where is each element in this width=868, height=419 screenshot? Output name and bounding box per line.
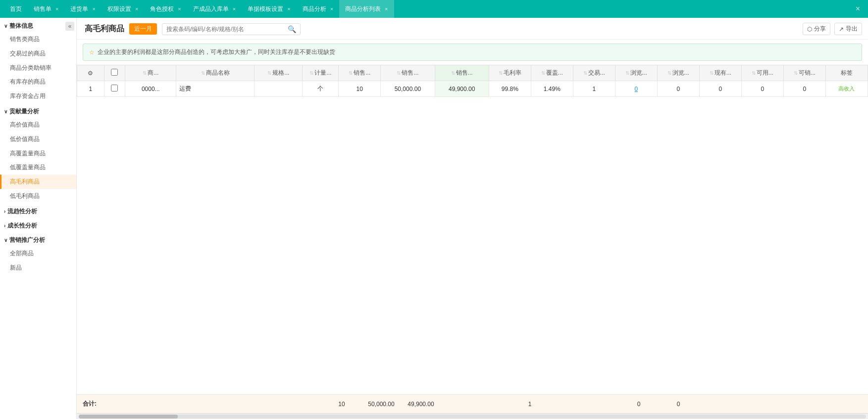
sidebar-item-category-rate[interactable]: 商品分类助销率 xyxy=(0,61,76,75)
sidebar-group-growth[interactable]: › 成长性分析 xyxy=(0,218,76,232)
bottom-scrollbar[interactable] xyxy=(77,413,868,419)
notice-icon: ☆ xyxy=(89,49,95,56)
col-header-sales-amt[interactable]: ⇅ 销售... xyxy=(381,65,435,81)
sort-icon-sales-qty: ⇅ xyxy=(349,70,353,76)
sidebar-item-inventory-capital[interactable]: 库存资金占用 xyxy=(0,89,76,103)
cell-transaction: 1 xyxy=(573,81,615,97)
col-header-unit[interactable]: ⇅ 计量... xyxy=(303,65,339,81)
cell-browse1[interactable]: 0 xyxy=(615,81,657,97)
cell-sales-qty: 10 xyxy=(339,81,381,97)
col-header-coverage[interactable]: ⇅ 覆盖... xyxy=(531,65,573,81)
nav-production-close[interactable]: × xyxy=(233,6,236,12)
sort-icon-sales-amt: ⇅ xyxy=(397,70,401,76)
col-header-name[interactable]: ⇅ 商品名称 xyxy=(176,65,255,81)
sidebar-group-marketing-arrow: ∨ xyxy=(4,237,7,243)
sidebar-item-low-margin[interactable]: 低毛利商品 xyxy=(0,189,76,203)
footer-transaction: 1 xyxy=(510,401,550,408)
sidebar-group-trend-arrow: › xyxy=(4,209,5,214)
sidebar-item-new-goods[interactable]: 新品 xyxy=(0,261,76,275)
sidebar-group-marketing[interactable]: ∨ 营销推广分析 xyxy=(0,232,76,246)
sidebar-item-traded-goods[interactable]: 交易过的商品 xyxy=(0,47,76,61)
nav-home[interactable]: 首页 xyxy=(4,0,28,18)
sidebar-item-high-coverage[interactable]: 高覆盖量商品 xyxy=(0,146,76,161)
nav-product-analysis-list-close[interactable]: × xyxy=(385,6,388,12)
col-header-sales-profit[interactable]: ⇅ 销售... xyxy=(435,65,489,81)
table-header-row: ⚙ ⇅ 商... xyxy=(77,65,868,81)
col-header-transaction[interactable]: ⇅ 交易... xyxy=(573,65,615,81)
nav-sales-close[interactable]: × xyxy=(55,6,58,12)
footer-summary: 合计: 10 50,000.00 49,900.00 1 0 0 xyxy=(77,394,868,413)
footer-sales-amt: 50,000.00 xyxy=(361,401,401,408)
select-all-checkbox[interactable] xyxy=(111,69,118,76)
search-input[interactable] xyxy=(166,26,285,33)
share-icon: ⬡ xyxy=(807,26,812,33)
time-filter-button[interactable]: 近一月 xyxy=(129,23,157,35)
sort-icon-coverage: ⇅ xyxy=(541,70,545,76)
sidebar-item-in-stock[interactable]: 有库存的商品 xyxy=(0,75,76,89)
nav-template-close[interactable]: × xyxy=(287,6,290,12)
nav-product-analysis-list[interactable]: 商品分析列表 × xyxy=(339,0,394,18)
share-button[interactable]: ⬡ 分享 xyxy=(803,23,830,35)
col-header-available-stock[interactable]: ⇅ 可用... xyxy=(741,65,783,81)
cell-checkbox[interactable] xyxy=(104,81,125,97)
col-header-settings[interactable]: ⚙ xyxy=(77,65,104,81)
col-header-current-stock[interactable]: ⇅ 现有... xyxy=(699,65,741,81)
col-header-spec[interactable]: ⇅ 规格... xyxy=(255,65,303,81)
footer-available-stock: 0 xyxy=(659,401,698,408)
cell-code: 0000... xyxy=(125,81,176,97)
header-actions: ⬡ 分享 ↗ 导出 xyxy=(803,23,862,35)
col-header-browse2[interactable]: ⇅ 浏览... xyxy=(657,65,699,81)
col-header-browse1[interactable]: ⇅ 浏览... xyxy=(615,65,657,81)
nav-product-analysis-close[interactable]: × xyxy=(330,6,333,12)
nav-purchase-close[interactable]: × xyxy=(92,6,95,12)
cell-gross-rate: 99.8% xyxy=(489,81,531,97)
sidebar-group-overview[interactable]: ∨ 整体信息 xyxy=(0,18,76,32)
nav-production[interactable]: 产成品入库单 × xyxy=(187,0,242,18)
col-header-checkbox[interactable] xyxy=(104,65,125,81)
nav-roles-close[interactable]: × xyxy=(178,6,181,12)
page-title: 高毛利商品 xyxy=(85,24,124,34)
sidebar-item-low-value[interactable]: 低价值商品 xyxy=(0,132,76,146)
nav-roles[interactable]: 角色授权 × xyxy=(144,0,187,18)
settings-icon[interactable]: ⚙ xyxy=(88,70,93,77)
nav-purchase[interactable]: 进货单 × xyxy=(64,0,101,18)
main-layout: « ∨ 整体信息 销售类商品 交易过的商品 商品分类助销率 有库存的商品 库存资… xyxy=(0,18,868,419)
sort-icon-gross-rate: ⇅ xyxy=(499,70,503,76)
col-header-tag[interactable]: 标签 xyxy=(825,65,868,81)
col-header-gross-rate[interactable]: ⇅ 毛利率 xyxy=(489,65,531,81)
notice-text: 企业的主要的利润都是这部分商品创造的，可考虑加大推广，同时关注库存是不要出现缺货 xyxy=(98,48,335,56)
sidebar-group-overview-arrow: ∨ xyxy=(4,23,7,29)
sidebar-item-high-margin[interactable]: 高毛利商品 xyxy=(0,175,76,189)
cell-browse2: 0 xyxy=(657,81,699,97)
col-header-saleable-stock[interactable]: ⇅ 可销... xyxy=(783,65,825,81)
nav-permissions-close[interactable]: × xyxy=(135,6,138,12)
nav-product-analysis[interactable]: 商品分析 × xyxy=(297,0,339,18)
col-header-sales-qty[interactable]: ⇅ 销售... xyxy=(339,65,381,81)
footer-label: 合计: xyxy=(83,400,97,408)
sort-icon-sales-profit: ⇅ xyxy=(451,70,455,76)
sidebar-collapse-button[interactable]: « xyxy=(65,22,74,31)
sort-icon-unit: ⇅ xyxy=(309,70,313,76)
sidebar-group-contribution[interactable]: ∨ 贡献量分析 xyxy=(0,103,76,118)
cell-current-stock: 0 xyxy=(699,81,741,97)
sort-icon-code: ⇅ xyxy=(143,70,147,76)
nav-sales[interactable]: 销售单 × xyxy=(28,0,64,18)
sidebar-item-sales-goods[interactable]: 销售类商品 xyxy=(0,32,76,47)
window-close-button[interactable]: × xyxy=(852,4,864,13)
col-header-code[interactable]: ⇅ 商... xyxy=(125,65,176,81)
nav-permissions[interactable]: 权限设置 × xyxy=(102,0,144,18)
sort-icon-name: ⇅ xyxy=(201,70,205,76)
sidebar-item-all-goods[interactable]: 全部商品 xyxy=(0,246,76,261)
search-icon[interactable]: 🔍 xyxy=(288,25,296,33)
sidebar-item-low-coverage[interactable]: 低覆盖量商品 xyxy=(0,160,76,175)
top-nav: 首页 销售单 × 进货单 × 权限设置 × 角色授权 × 产成品入库单 × 单据… xyxy=(0,0,868,18)
row-checkbox[interactable] xyxy=(111,85,118,92)
sidebar-item-high-value[interactable]: 高价值商品 xyxy=(0,118,76,132)
cell-sales-profit: 49,900.00 xyxy=(435,81,489,97)
export-button[interactable]: ↗ 导出 xyxy=(834,23,862,35)
nav-template[interactable]: 单据模板设置 × xyxy=(242,0,296,18)
scroll-thumb[interactable] xyxy=(79,415,178,419)
data-table: ⚙ ⇅ 商... xyxy=(77,65,868,97)
footer-cells: 10 50,000.00 49,900.00 1 0 0 xyxy=(106,401,862,408)
sidebar-group-trend[interactable]: › 流趋性分析 xyxy=(0,203,76,218)
